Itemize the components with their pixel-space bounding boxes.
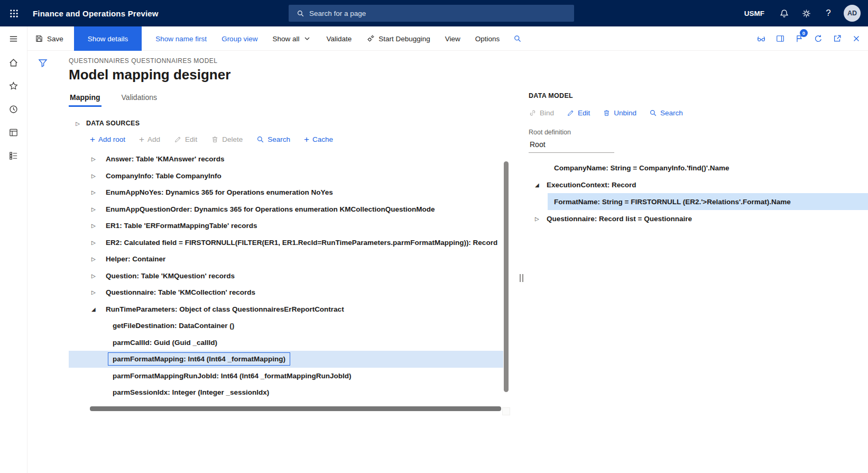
horizontal-scrollbar-thumb[interactable] xyxy=(90,406,501,411)
sidebar-button-favorites[interactable] xyxy=(0,74,27,97)
filter-button[interactable] xyxy=(35,55,51,71)
funnel-icon xyxy=(38,58,48,68)
view-button[interactable]: View xyxy=(438,26,468,51)
expand-icon[interactable]: ▷ xyxy=(91,273,106,279)
expand-icon[interactable]: ▷ xyxy=(91,189,106,195)
data-source-item[interactable]: parmCallId: Guid (Guid _callId) xyxy=(69,334,503,351)
topbar-actions: USMF ? AD xyxy=(736,0,865,26)
refresh-icon xyxy=(814,34,823,43)
tab-validations[interactable]: Validations xyxy=(121,93,158,107)
collapse-icon[interactable]: ◢ xyxy=(535,182,547,188)
show-details-button[interactable]: Show details xyxy=(74,26,142,51)
settings-button[interactable] xyxy=(795,0,817,26)
tab-mapping[interactable]: Mapping xyxy=(69,93,101,107)
delete-button[interactable]: Delete xyxy=(211,135,243,143)
plus-icon: + xyxy=(304,136,309,143)
sidebar-button-modules[interactable] xyxy=(0,144,27,167)
data-model-item[interactable]: ◢ExecutionContext: Record xyxy=(529,176,868,193)
data-source-item[interactable]: ▷ER2: Calculated field = FIRSTORNULL(FIL… xyxy=(69,234,503,251)
data-source-label: Question: Table 'KMQuestion' records xyxy=(106,272,235,280)
show-all-button[interactable]: Show all xyxy=(265,26,319,51)
expand-icon[interactable]: ▷ xyxy=(91,223,106,229)
root-definition-input[interactable]: Root xyxy=(529,138,614,153)
button-label: Start Debugging xyxy=(378,35,430,43)
panel-splitter[interactable] xyxy=(520,274,524,282)
data-sources-header: ▷ DATA SOURCES xyxy=(69,120,503,127)
expand-icon[interactable]: ▷ xyxy=(91,173,106,179)
sidebar xyxy=(0,26,27,473)
glasses-icon xyxy=(756,34,766,43)
add-root-button[interactable]: +Add root xyxy=(90,135,125,143)
data-source-item[interactable]: getFileDestination: DataContainer () xyxy=(69,317,503,334)
command-search-button[interactable] xyxy=(507,26,528,51)
options-button[interactable]: Options xyxy=(468,26,507,51)
bind-button[interactable]: Bind xyxy=(529,109,554,117)
sidebar-button-recent[interactable] xyxy=(0,97,27,121)
page-search-input[interactable] xyxy=(309,10,569,17)
data-model-item[interactable]: FormatName: String = FIRSTORNULL (ER2.'>… xyxy=(548,193,868,210)
data-source-item[interactable]: ▷CompanyInfo: Table CompanyInfo xyxy=(69,168,503,185)
expand-icon[interactable]: ▷ xyxy=(91,206,106,212)
plus-icon: + xyxy=(139,136,144,143)
edit-button[interactable]: Edit xyxy=(174,135,197,143)
save-button[interactable]: Save xyxy=(27,26,71,51)
data-model-item[interactable]: ▷Questionnaire: Record list = Questionna… xyxy=(529,210,868,227)
data-model-item[interactable]: CompanyName: String = CompanyInfo.'find(… xyxy=(548,159,868,176)
edit-button[interactable]: Edit xyxy=(567,109,590,117)
search-button[interactable]: Search xyxy=(256,135,290,143)
search-button[interactable]: Search xyxy=(649,109,683,117)
button-label: Edit xyxy=(578,109,590,117)
data-source-item[interactable]: ▷EnumAppNoYes: Dynamics 365 for Operatio… xyxy=(69,184,503,201)
collapse-icon[interactable]: ◢ xyxy=(91,306,106,312)
data-source-item[interactable]: ▷EnumAppQuestionOrder: Dynamics 365 for … xyxy=(69,201,503,218)
command-bar-right: 0 xyxy=(752,26,866,51)
data-source-item[interactable]: ▷Answer: Table 'KMAnswer' records xyxy=(69,151,503,168)
sidebar-button-menu-toggle[interactable] xyxy=(0,26,27,51)
close-icon xyxy=(852,34,861,43)
close-button[interactable] xyxy=(847,26,866,51)
vertical-scrollbar-thumb[interactable] xyxy=(504,161,509,392)
show-name-first-button[interactable]: Show name first xyxy=(148,26,214,51)
horizontal-scrollbar[interactable] xyxy=(69,406,503,411)
company-picker[interactable]: USMF xyxy=(736,0,773,26)
data-model-label: Questionnaire: Record list = Questionnai… xyxy=(547,215,692,223)
data-source-item[interactable]: ▷Question: Table 'KMQuestion' records xyxy=(69,268,503,285)
pencil-icon xyxy=(174,135,182,143)
avatar[interactable]: AD xyxy=(844,5,861,22)
sidebar-button-home[interactable] xyxy=(0,51,27,74)
section-expand-icon[interactable]: ▷ xyxy=(74,121,81,126)
expand-icon[interactable]: ▷ xyxy=(535,216,547,222)
messages-button[interactable]: 0 xyxy=(790,26,809,51)
data-source-item[interactable]: parmSessionIdx: Integer (Integer _sessio… xyxy=(69,384,503,401)
data-source-item[interactable]: parmFormatMappingRunJobId: Int64 (Int64 … xyxy=(69,368,503,385)
app-launcher-button[interactable] xyxy=(0,0,27,26)
notifications-button[interactable] xyxy=(773,0,795,26)
unbind-button[interactable]: Unbind xyxy=(603,109,636,117)
data-source-item[interactable]: ▷Helper: Container xyxy=(69,251,503,268)
sidebar-button-workspaces[interactable] xyxy=(0,121,27,144)
debug-gears-icon xyxy=(366,34,375,43)
expand-icon[interactable]: ▷ xyxy=(91,289,106,295)
data-source-item[interactable]: ▷ER1: Table 'ERFormatMappingTable' recor… xyxy=(69,217,503,234)
trash-icon xyxy=(603,109,611,117)
data-source-item[interactable]: ▷Questionnaire: Table 'KMCollection' rec… xyxy=(69,284,503,301)
group-view-button[interactable]: Group view xyxy=(214,26,265,51)
data-source-item[interactable]: parmFormatMapping: Int64 (Int64 _formatM… xyxy=(69,351,503,368)
cache-button[interactable]: +Cache xyxy=(304,135,333,143)
hamburger-icon xyxy=(8,34,19,44)
data-sources-panel: ▷ DATA SOURCES +Add root+AddEditDeleteSe… xyxy=(69,120,503,411)
add-button[interactable]: +Add xyxy=(139,135,160,143)
validate-button[interactable]: Validate xyxy=(319,26,359,51)
refresh-button[interactable] xyxy=(809,26,828,51)
expand-icon[interactable]: ▷ xyxy=(91,240,106,245)
side-panel-button[interactable] xyxy=(771,26,790,51)
glasses-button[interactable] xyxy=(752,26,771,51)
start-debugging-button[interactable]: Start Debugging xyxy=(359,26,438,51)
expand-icon[interactable]: ▷ xyxy=(91,256,106,262)
data-source-item[interactable]: ◢RunTimeParameters: Object of class Ques… xyxy=(69,301,503,318)
button-label: Unbind xyxy=(614,109,636,117)
help-button[interactable]: ? xyxy=(817,0,839,26)
expand-icon[interactable]: ▷ xyxy=(91,156,106,162)
open-in-new-window-button[interactable] xyxy=(828,26,847,51)
data-source-label: parmFormatMappingRunJobId: Int64 (Int64 … xyxy=(113,372,352,380)
